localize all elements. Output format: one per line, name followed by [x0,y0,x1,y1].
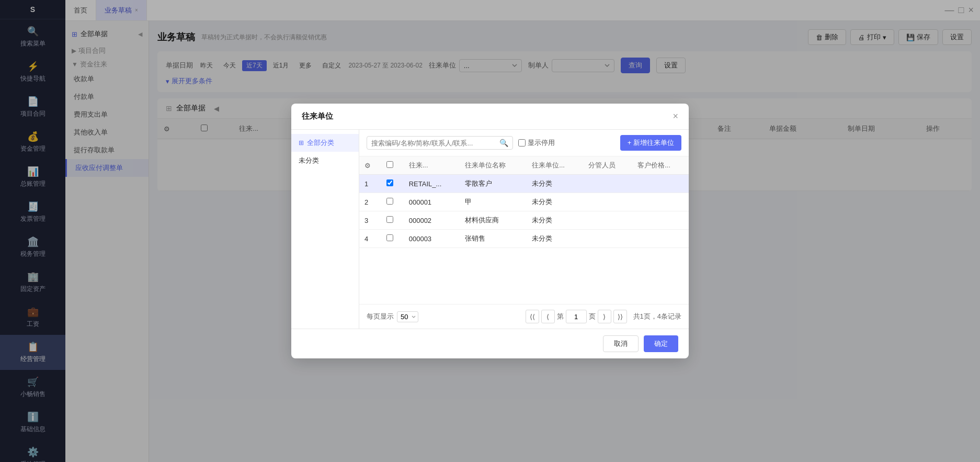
row-checkbox[interactable] [381,211,404,230]
page-input[interactable] [566,310,587,323]
modal-overlay: 往来单位 × ⊞ 全部分类 未分类 🔍 [0,0,980,462]
row-check[interactable] [386,179,393,186]
page-prev-button[interactable]: ⟨ [541,310,555,323]
row-category: 未分类 [527,211,583,230]
row-name: 零散客户 [460,175,527,193]
row-code: 000001 [404,193,460,211]
unit-select-modal: 往来单位 × ⊞ 全部分类 未分类 🔍 [291,104,689,358]
row-manager [583,211,632,230]
row-price-level [632,230,689,248]
page-nav: ⟨⟨ ⟨ 第 页 ⟩ ⟩⟩ 共1页，4条记录 [526,310,681,323]
row-checkbox[interactable] [381,230,404,248]
modal-sidebar: ⊞ 全部分类 未分类 [291,130,359,329]
row-category: 未分类 [527,230,583,248]
page-info: 共1页，4条记录 [633,312,681,321]
row-code: 000003 [404,230,460,248]
page-last-button[interactable]: ⟩⟩ [613,310,627,323]
new-unit-button[interactable]: + 新增往来单位 [620,135,681,151]
page-first-button[interactable]: ⟨⟨ [526,310,539,323]
grid-category-icon: ⊞ [299,139,304,147]
row-name: 甲 [460,193,527,211]
modal-col-settings[interactable]: ⚙ [359,156,381,175]
search-icon[interactable]: 🔍 [499,139,508,147]
search-input[interactable] [371,139,496,147]
pagination: 每页显示 50 ⟨⟨ ⟨ 第 页 ⟩ ⟩⟩ 共1页，4条记录 [359,304,689,329]
modal-title: 往来单位 [302,111,333,121]
row-check[interactable] [386,198,393,205]
modal-table-row[interactable]: 3 000002 材料供应商 未分类 [359,211,689,230]
confirm-button[interactable]: 确定 [644,335,678,352]
page-size-select[interactable]: 50 [397,311,418,322]
modal-table-wrap: ⚙ 往来... 往来单位名称 往来单位... 分管人员 客户价格... 1 [359,156,689,304]
row-category: 未分类 [527,175,583,193]
row-code: 000002 [404,211,460,230]
modal-close-icon[interactable]: × [673,111,678,122]
row-index: 1 [359,175,381,193]
search-box[interactable]: 🔍 [367,136,513,150]
row-price-level [632,193,689,211]
modal-header: 往来单位 × [291,104,689,130]
modal-sidebar-uncategorized[interactable]: 未分类 [291,152,359,170]
modal-col-checkbox[interactable] [381,156,404,175]
show-disabled-checkbox[interactable] [518,139,526,147]
row-name: 张销售 [460,230,527,248]
page-size-label: 每页显示 [367,312,394,321]
modal-col-manager[interactable]: 分管人员 [583,156,632,175]
modal-table: ⚙ 往来... 往来单位名称 往来单位... 分管人员 客户价格... 1 [359,156,689,248]
row-index: 2 [359,193,381,211]
row-check[interactable] [386,234,393,241]
modal-col-price[interactable]: 客户价格... [632,156,689,175]
row-checkbox[interactable] [381,193,404,211]
cancel-button[interactable]: 取消 [603,335,639,352]
row-check[interactable] [386,216,393,223]
modal-body: ⊞ 全部分类 未分类 🔍 显示停用 [291,130,689,329]
row-category: 未分类 [527,193,583,211]
modal-table-row[interactable]: 4 000003 张销售 未分类 [359,230,689,248]
modal-select-all[interactable] [386,161,393,168]
page-word-first: 第 [557,312,564,321]
modal-col-name[interactable]: 往来单位名称 [460,156,527,175]
modal-sidebar-all-category[interactable]: ⊞ 全部分类 [291,134,359,152]
modal-table-row[interactable]: 2 000001 甲 未分类 [359,193,689,211]
row-manager [583,193,632,211]
row-code: RETAIL_... [404,175,460,193]
row-index: 4 [359,230,381,248]
row-index: 3 [359,211,381,230]
modal-toolbar: 🔍 显示停用 + 新增往来单位 [359,130,689,156]
show-disabled-label[interactable]: 显示停用 [518,138,555,148]
modal-footer: 取消 确定 [291,329,689,358]
row-price-level [632,211,689,230]
modal-col-category[interactable]: 往来单位... [527,156,583,175]
row-checkbox[interactable] [381,175,404,193]
modal-table-row[interactable]: 1 RETAIL_... 零散客户 未分类 [359,175,689,193]
page-word-page: 页 [589,312,596,321]
modal-main: 🔍 显示停用 + 新增往来单位 ⚙ [359,130,689,329]
row-manager [583,230,632,248]
modal-col-code[interactable]: 往来... [404,156,460,175]
page-next-button[interactable]: ⟩ [598,310,611,323]
row-name: 材料供应商 [460,211,527,230]
row-manager [583,175,632,193]
modal-table-header: ⚙ 往来... 往来单位名称 往来单位... 分管人员 客户价格... [359,156,689,175]
row-price-level [632,175,689,193]
